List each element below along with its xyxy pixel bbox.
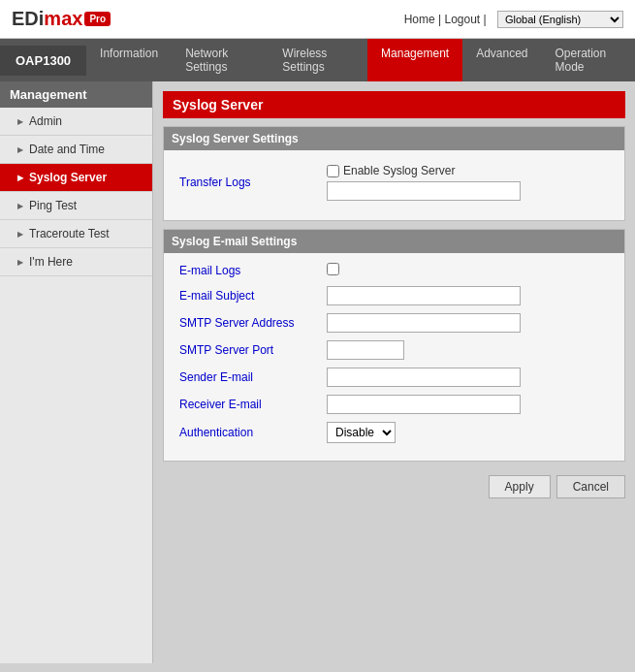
nav-management[interactable]: Management	[367, 39, 462, 81]
button-row: Apply Cancel	[163, 469, 625, 504]
main-area: Management Admin Date and Time Syslog Se…	[0, 81, 635, 663]
authentication-control: Disable Enable	[327, 422, 617, 443]
nav-items: Information Network Settings Wireless Se…	[86, 39, 635, 81]
sidebar-item-traceroute[interactable]: Traceroute Test	[0, 220, 152, 248]
authentication-row: Authentication Disable Enable	[172, 422, 617, 443]
receiver-email-row: Receiver E-mail	[172, 395, 617, 414]
email-subject-label: E-mail Subject	[172, 289, 327, 303]
syslog-server-input[interactable]	[327, 181, 521, 201]
logo-text: EDimax	[12, 8, 82, 30]
page-title: Syslog Server	[163, 91, 625, 118]
nav-wireless-settings[interactable]: Wireless Settings	[269, 39, 367, 81]
apply-button[interactable]: Apply	[489, 475, 551, 498]
email-settings-box: Syslog E-mail Settings E-mail Logs E-mai…	[163, 229, 625, 462]
sender-email-input[interactable]	[327, 368, 521, 387]
receiver-email-input[interactable]	[327, 395, 521, 414]
syslog-server-settings-box: Syslog Server Settings Transfer Logs Ena…	[163, 126, 625, 221]
brand-label: OAP1300	[0, 46, 86, 76]
sender-email-label: Sender E-mail	[172, 370, 327, 384]
smtp-address-label: SMTP Server Address	[172, 316, 327, 330]
sep2: |	[484, 13, 490, 26]
enable-syslog-label[interactable]: Enable Syslog Server	[327, 164, 521, 177]
smtp-address-control	[327, 313, 617, 333]
enable-syslog-checkbox[interactable]	[327, 165, 339, 177]
email-subject-input[interactable]	[327, 286, 521, 305]
email-settings-header: Syslog E-mail Settings	[164, 230, 624, 253]
smtp-port-row: SMTP Server Port	[172, 340, 617, 360]
email-subject-row: E-mail Subject	[172, 286, 617, 305]
smtp-address-row: SMTP Server Address	[172, 313, 617, 333]
receiver-email-label: Receiver E-mail	[172, 398, 327, 411]
nav-network-settings[interactable]: Network Settings	[172, 39, 269, 81]
sidebar-item-admin[interactable]: Admin	[0, 108, 152, 136]
email-logs-control	[327, 263, 617, 278]
sender-email-row: Sender E-mail	[172, 368, 617, 387]
transfer-logs-label: Transfer Logs	[172, 176, 327, 189]
authentication-select[interactable]: Disable Enable	[327, 422, 396, 443]
syslog-settings-body: Transfer Logs Enable Syslog Server	[164, 150, 624, 220]
sidebar-title: Management	[0, 81, 152, 108]
logout-link[interactable]: Logout	[445, 13, 481, 26]
nav-operation-mode[interactable]: Operation Mode	[542, 39, 635, 81]
email-logs-checkbox[interactable]	[327, 263, 339, 275]
syslog-settings-header: Syslog Server Settings	[164, 127, 624, 150]
email-logs-label: E-mail Logs	[172, 264, 327, 277]
smtp-port-input[interactable]	[327, 340, 404, 360]
enable-syslog-text: Enable Syslog Server	[343, 164, 455, 177]
top-navigation: OAP1300 Information Network Settings Wir…	[0, 39, 635, 81]
nav-advanced[interactable]: Advanced	[462, 39, 541, 81]
nav-information[interactable]: Information	[86, 39, 172, 81]
content-area: Syslog Server Syslog Server Settings Tra…	[153, 81, 635, 663]
sidebar-item-imhere[interactable]: I'm Here	[0, 248, 152, 276]
header-links: Home | Logout | Global (English) Chinese…	[404, 11, 623, 28]
sidebar-item-ping[interactable]: Ping Test	[0, 192, 152, 220]
cancel-button[interactable]: Cancel	[556, 475, 625, 498]
smtp-port-label: SMTP Server Port	[172, 343, 327, 357]
home-link[interactable]: Home	[404, 13, 435, 26]
smtp-port-control	[327, 340, 617, 360]
transfer-logs-row: Transfer Logs Enable Syslog Server	[172, 160, 617, 205]
logo-pro: Pro	[84, 12, 111, 26]
language-select[interactable]: Global (English) Chinese (Traditional) C…	[497, 11, 623, 28]
header: EDimax Pro Home | Logout | Global (Engli…	[0, 0, 635, 39]
sidebar: Management Admin Date and Time Syslog Se…	[0, 81, 153, 663]
transfer-inputs: Enable Syslog Server	[327, 164, 521, 201]
logo: EDimax Pro	[12, 8, 111, 30]
authentication-label: Authentication	[172, 426, 327, 439]
email-subject-control	[327, 286, 617, 305]
email-logs-row: E-mail Logs	[172, 263, 617, 278]
email-settings-body: E-mail Logs E-mail Subject SMTP Server A…	[164, 253, 624, 461]
sender-email-control	[327, 368, 617, 387]
sidebar-item-syslog[interactable]: Syslog Server	[0, 164, 152, 192]
sidebar-item-date-time[interactable]: Date and Time	[0, 136, 152, 164]
smtp-address-input[interactable]	[327, 313, 521, 333]
receiver-email-control	[327, 395, 617, 414]
